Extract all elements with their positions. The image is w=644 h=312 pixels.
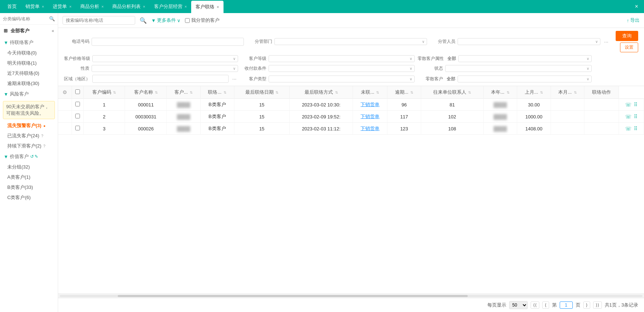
sidebar-group-pending[interactable]: ▼ 待联络客户 xyxy=(0,37,58,48)
type-sort-icon[interactable]: ⇅ xyxy=(190,90,193,94)
export-button[interactable]: ↑ 导出 xyxy=(627,17,640,24)
tab-home[interactable]: 首页 xyxy=(3,0,21,13)
filter-row-4: 区域（地区） ··· 客户类型 ∨ 零散客户 全部 ∨ xyxy=(64,75,638,83)
sidebar-item-churn-warning[interactable]: 流失预警客户(3) ● xyxy=(0,121,58,131)
status-select[interactable]: ∨ xyxy=(445,65,592,72)
sidebar-item-b-class[interactable]: B类客户(33) xyxy=(0,182,58,193)
tab-purchase-order[interactable]: 进货单 × xyxy=(48,0,76,13)
per-page-select[interactable]: 50 100 xyxy=(509,301,528,309)
more-action-icon[interactable]: ⠿ xyxy=(634,102,637,108)
close-tab-sales-order[interactable]: × xyxy=(42,4,44,9)
query-button[interactable]: 查询 xyxy=(616,31,638,41)
sidebar-item-c-class[interactable]: C类客户(6) xyxy=(0,193,58,203)
next-page-button[interactable]: ⟩ xyxy=(583,301,590,309)
close-tab-customer-contact[interactable]: × xyxy=(217,5,219,9)
nature-select[interactable]: ∨ xyxy=(92,65,238,72)
region-input[interactable] xyxy=(92,75,229,83)
export-icon: ↑ xyxy=(627,18,629,23)
code-sort-icon[interactable]: ⇅ xyxy=(113,90,116,94)
tab-product-analysis[interactable]: 商品分析 × xyxy=(76,0,108,13)
table-settings-icon[interactable]: ⚙ xyxy=(63,89,67,95)
tab-customer-contact[interactable]: 客户联络 × xyxy=(191,1,223,13)
phone-input[interactable] xyxy=(92,38,244,46)
sidebar-item-today[interactable]: 今天待联络(0) xyxy=(0,48,58,58)
last-page-button[interactable]: ⟩⟩ xyxy=(593,301,602,309)
name-sort-icon[interactable]: ⇅ xyxy=(155,90,158,94)
retail-attr-select[interactable]: ∨ xyxy=(458,55,592,62)
sidebar-item-declining[interactable]: 持续下滑客户(2) ? xyxy=(0,141,58,151)
contact-action-icon[interactable]: ☏ xyxy=(625,114,632,119)
retail-customer-select[interactable]: ∨ xyxy=(458,76,592,82)
sidebar-item-churned[interactable]: 已流失客户(24) ? xyxy=(0,131,58,141)
manager-more-button[interactable]: ··· xyxy=(603,39,610,45)
last-month-sort-icon[interactable]: ⇅ xyxy=(540,90,543,94)
region-more-button[interactable]: ··· xyxy=(231,76,238,82)
close-tab-product-analysis[interactable]: × xyxy=(101,4,104,9)
sidebar-item-a-class[interactable]: A类客户(1) xyxy=(0,172,58,182)
global-close-button[interactable]: × xyxy=(632,3,641,10)
more-action-icon[interactable]: ⠿ xyxy=(634,114,637,119)
my-customer-checkbox-label[interactable]: 我分管的客户 xyxy=(185,17,220,24)
value-edit-icon[interactable]: ✎ xyxy=(35,154,38,159)
contact-action-icon[interactable]: ☏ xyxy=(625,126,632,131)
overdue-sort-icon[interactable]: ⇅ xyxy=(410,90,413,94)
churned-help-icon[interactable]: ? xyxy=(41,134,43,138)
tab-customer-segment[interactable]: 客户分层经营 × xyxy=(150,0,191,13)
retail-attr-icon: ∨ xyxy=(587,57,589,61)
sidebar-search-input[interactable] xyxy=(3,16,49,21)
tab-sales-order[interactable]: 销货单 × xyxy=(21,0,48,13)
value-refresh-icon[interactable]: ↺ xyxy=(30,154,34,159)
search-input[interactable] xyxy=(63,16,135,25)
row-checkbox[interactable] xyxy=(75,126,80,130)
this-month-sort-icon[interactable]: ⇅ xyxy=(574,90,577,94)
page-number-input[interactable] xyxy=(560,301,573,309)
row-checkbox[interactable] xyxy=(75,102,80,106)
last-method-col-header: 最后联络方式 ⇅ xyxy=(290,86,353,99)
row-last-method: 下销货单 xyxy=(353,123,387,135)
row-index: 2 xyxy=(83,111,125,123)
row-index: 1 xyxy=(83,99,125,111)
declining-help-icon[interactable]: ? xyxy=(43,144,45,148)
risk-tooltip: 90天未交易的客户，可能有流失风险。 xyxy=(3,101,55,119)
select-all-checkbox[interactable] xyxy=(75,89,80,94)
prev-page-button[interactable]: ⟨ xyxy=(542,301,549,309)
price-level-select[interactable]: ∨ xyxy=(92,55,238,62)
tab-product-analysis-list[interactable]: 商品分析列表 × xyxy=(108,0,149,13)
sidebar-group-risk[interactable]: ▼ 风险客户 xyxy=(0,89,58,100)
retail-customer-label: 零散客户 xyxy=(418,76,443,82)
payment-select[interactable]: ∨ xyxy=(269,65,415,72)
horizontal-scrollbar[interactable] xyxy=(58,293,644,298)
sidebar-item-overdue[interactable]: 逾期未联络(30) xyxy=(0,78,58,89)
my-customer-checkbox[interactable] xyxy=(185,18,190,23)
first-page-button[interactable]: ⟨⟨ xyxy=(531,301,539,309)
row-checkbox[interactable] xyxy=(75,114,80,118)
more-conditions-button[interactable]: ▼ 更多条件 ∨ xyxy=(151,17,181,24)
sidebar-item-ungrouped[interactable]: 未分组(32) xyxy=(0,162,58,172)
last-method-sort-icon[interactable]: ⇅ xyxy=(335,90,338,94)
sidebar-search-icon[interactable]: 🔍 xyxy=(49,16,55,21)
sidebar-item-week[interactable]: 近7天待联络(0) xyxy=(0,68,58,78)
contact-sort-icon[interactable]: ⇅ xyxy=(224,90,226,94)
scrollbar-thumb[interactable] xyxy=(118,295,467,297)
contact-action-icon[interactable]: ☏ xyxy=(625,102,632,108)
sidebar-group-value[interactable]: ▼ 价值客户 ↺ ✎ xyxy=(0,151,58,162)
customer-type-select[interactable]: ∨ xyxy=(269,76,415,82)
row-last-method: 下销货单 xyxy=(353,111,387,123)
sidebar-root-header[interactable]: ⊞ 全部客户 « xyxy=(0,25,58,37)
dept-select[interactable]: ∨ xyxy=(274,38,427,45)
liaison-sort-icon[interactable]: ⇅ xyxy=(468,90,471,94)
sidebar-item-tomorrow[interactable]: 明天待联络(1) xyxy=(0,58,58,68)
manager-dropdown-icon: ∨ xyxy=(595,40,598,44)
close-tab-product-analysis-list[interactable]: × xyxy=(143,4,145,9)
unlink-sort-icon[interactable]: ⇅ xyxy=(376,90,379,94)
table-row: 3 000026 ████ B类客户 15 2023-02-03 11:12: … xyxy=(58,123,644,135)
manager-select[interactable]: ∨ xyxy=(458,38,601,45)
close-tab-customer-segment[interactable]: × xyxy=(185,4,187,9)
settings-button[interactable]: 设置 xyxy=(620,42,638,52)
more-action-icon[interactable]: ⠿ xyxy=(634,126,637,131)
search-button[interactable]: 🔍 xyxy=(140,17,147,24)
close-tab-purchase-order[interactable]: × xyxy=(69,4,71,9)
last-date-sort-icon[interactable]: ⇅ xyxy=(275,90,278,94)
customer-level-select[interactable]: ∨ xyxy=(269,55,415,62)
this-year-sort-icon[interactable]: ⇅ xyxy=(507,90,510,94)
